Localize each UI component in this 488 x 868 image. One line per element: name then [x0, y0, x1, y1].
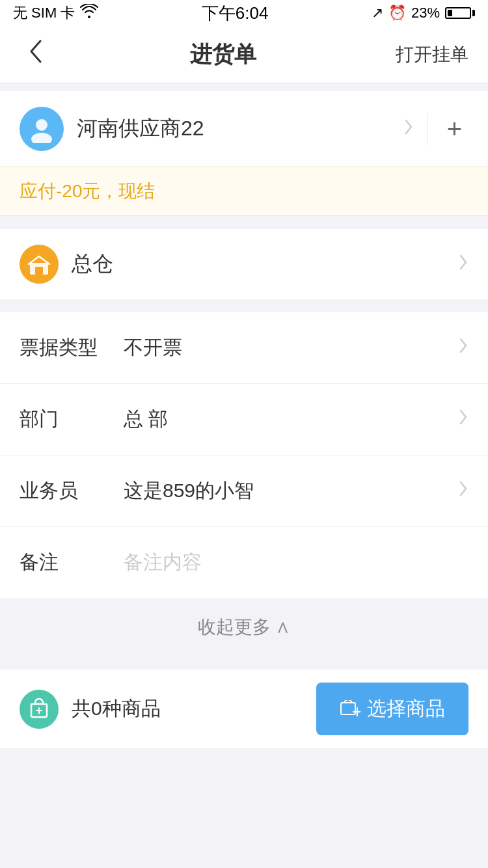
back-button[interactable]	[20, 31, 51, 78]
salesperson-row[interactable]: 业务员 这是859的小智	[0, 455, 488, 527]
invoice-type-chevron	[458, 336, 468, 359]
department-row[interactable]: 部门 总 部	[0, 384, 488, 455]
department-chevron	[458, 408, 468, 431]
time-label: 下午6:04	[202, 2, 269, 25]
form-section: 票据类型 不开票 部门 总 部 业务员 这是859的小智	[0, 312, 488, 598]
product-icon	[20, 690, 59, 729]
invoice-type-value: 不开票	[124, 334, 452, 361]
page-title: 进货单	[190, 40, 256, 70]
notice-bar: 应付-20元，现结	[0, 167, 488, 216]
salesperson-value: 这是859的小智	[124, 478, 452, 504]
invoice-type-label: 票据类型	[20, 334, 124, 361]
status-bar: 无 SIM 卡 下午6:04 ↗ ⏰ 23%	[0, 0, 488, 26]
select-product-button[interactable]: 选择商品	[316, 683, 468, 735]
warehouse-icon	[20, 245, 59, 284]
salesperson-chevron	[458, 480, 468, 502]
salesperson-label: 业务员	[20, 478, 124, 504]
supplier-avatar	[20, 107, 64, 151]
nav-bar: 进货单 打开挂单	[0, 26, 488, 83]
warehouse-name: 总仓	[72, 250, 458, 278]
location-icon: ↗	[372, 5, 383, 21]
supplier-row[interactable]: 河南供应商22 +	[0, 91, 488, 167]
carrier-label: 无 SIM 卡	[13, 3, 75, 23]
product-bar: 共0种商品 选择商品	[0, 670, 488, 748]
battery-percent: 23%	[411, 5, 440, 21]
status-right: ↗ ⏰ 23%	[372, 5, 475, 21]
svg-point-1	[31, 133, 52, 143]
department-label: 部门	[20, 406, 124, 433]
open-pending-button[interactable]: 打开挂单	[396, 42, 468, 67]
remark-input[interactable]: 备注内容	[124, 549, 468, 576]
content-area: 河南供应商22 + 应付-20元，现结 总仓	[0, 91, 488, 748]
add-supplier-button[interactable]: +	[441, 115, 468, 144]
supplier-chevron-icon	[403, 118, 414, 141]
supplier-name: 河南供应商22	[77, 115, 403, 143]
remark-row[interactable]: 备注 备注内容	[0, 527, 488, 598]
supplier-section: 河南供应商22 + 应付-20元，现结	[0, 91, 488, 216]
collapse-bar[interactable]: 收起更多 ∧	[0, 598, 488, 657]
warehouse-section: 总仓	[0, 229, 488, 299]
svg-rect-7	[341, 703, 355, 714]
select-product-label: 选择商品	[367, 696, 445, 722]
department-value: 总 部	[124, 406, 452, 433]
remark-label: 备注	[20, 549, 124, 576]
status-left: 无 SIM 卡	[13, 3, 98, 23]
battery-icon	[445, 7, 475, 19]
invoice-type-row[interactable]: 票据类型 不开票	[0, 312, 488, 384]
svg-rect-3	[35, 267, 43, 275]
alarm-icon: ⏰	[388, 5, 406, 21]
supplier-divider	[427, 113, 427, 145]
wifi-icon	[80, 4, 98, 22]
warehouse-chevron-icon	[458, 253, 468, 276]
svg-point-0	[36, 119, 47, 131]
warehouse-row[interactable]: 总仓	[0, 229, 488, 299]
product-count: 共0种商品	[72, 696, 316, 722]
